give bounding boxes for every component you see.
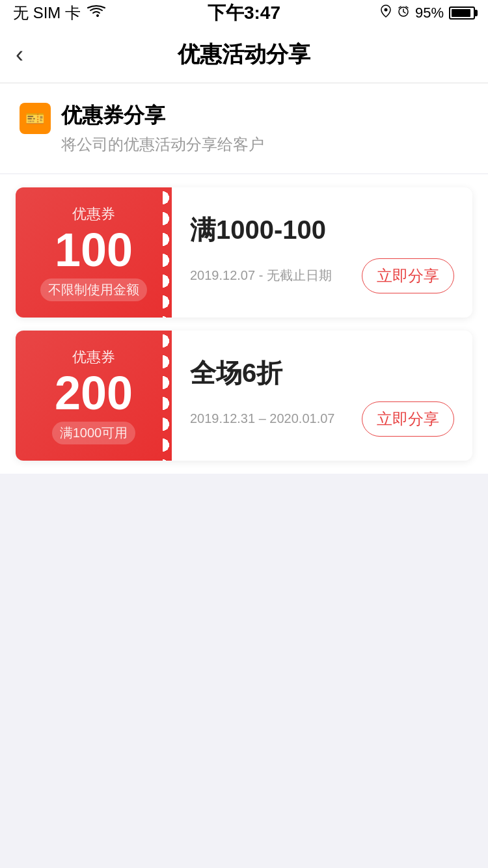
coupon-label-1: 优惠券 xyxy=(72,204,115,224)
battery-icon xyxy=(449,7,475,20)
coupon-date-1: 2019.12.07 - 无截止日期 xyxy=(190,267,355,284)
coupon-amount-2: 200 xyxy=(55,370,133,416)
coupon-card-1: 优惠券 100 不限制使用金额 满1000-100 2019.12.07 - 无… xyxy=(16,187,472,318)
svg-point-0 xyxy=(384,8,387,12)
coupon-card-2: 优惠券 200 满1000可用 全场6折 2019.12.31 – 2020.0… xyxy=(16,331,472,461)
coupon-date-2: 2019.12.31 – 2020.01.07 xyxy=(190,411,355,426)
coupon-list: 优惠券 100 不限制使用金额 满1000-100 2019.12.07 - 无… xyxy=(0,174,488,474)
coupon-title-1: 满1000-100 xyxy=(190,212,454,248)
coupon-left-2: 优惠券 200 满1000可用 xyxy=(16,331,172,461)
coupon-meta-1: 2019.12.07 - 无截止日期 立即分享 xyxy=(190,258,454,293)
coupon-right-2: 全场6折 2019.12.31 – 2020.01.07 立即分享 xyxy=(172,331,472,461)
nav-bar: ‹ 优惠活动分享 xyxy=(0,26,488,83)
coupon-title-2: 全场6折 xyxy=(190,355,454,391)
coupon-meta-2: 2019.12.31 – 2020.01.07 立即分享 xyxy=(190,401,454,437)
coupon-amount-1: 100 xyxy=(55,226,133,273)
bottom-area xyxy=(0,474,488,799)
status-right: 95% xyxy=(380,5,475,21)
share-button-2[interactable]: 立即分享 xyxy=(362,401,454,437)
back-button[interactable]: ‹ xyxy=(16,41,23,68)
page-title: 优惠活动分享 xyxy=(178,40,310,70)
coupon-condition-1: 不限制使用金额 xyxy=(40,278,147,301)
status-bar: 无 SIM 卡 下午3:47 95% xyxy=(0,0,488,26)
alarm-icon xyxy=(397,5,410,21)
coupon-label-2: 优惠券 xyxy=(72,347,115,367)
status-left: 无 SIM 卡 xyxy=(13,3,105,23)
section-title: 优惠券分享 xyxy=(61,102,264,130)
wifi-icon xyxy=(87,4,105,22)
coupon-condition-2: 满1000可用 xyxy=(52,422,136,444)
coupon-right-1: 满1000-100 2019.12.07 - 无截止日期 立即分享 xyxy=(172,187,472,318)
battery-text: 95% xyxy=(415,5,444,21)
share-button-1[interactable]: 立即分享 xyxy=(362,258,454,293)
section-subtitle: 将公司的优惠活动分享给客户 xyxy=(61,134,264,155)
status-time: 下午3:47 xyxy=(208,1,280,25)
coupon-left-1: 优惠券 100 不限制使用金额 xyxy=(16,187,172,318)
section-header: 🎫 优惠券分享 将公司的优惠活动分享给客户 xyxy=(0,83,488,173)
section-text: 优惠券分享 将公司的优惠活动分享给客户 xyxy=(61,102,264,155)
section-icon: 🎫 xyxy=(20,103,51,134)
location-icon xyxy=(380,5,392,21)
carrier-text: 无 SIM 卡 xyxy=(13,3,81,23)
